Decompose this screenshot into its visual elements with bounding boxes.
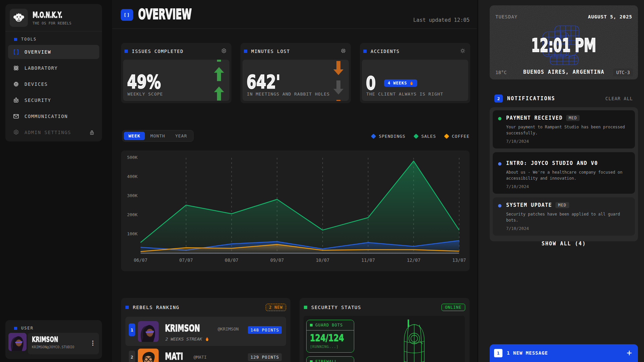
card-bullet [244,50,247,53]
security-body: GUARD BOTS 124/124 [RUNNING...] FIREWALL [304,316,465,362]
guard-bots-value: 124/124 [307,330,354,344]
last-updated: Last updated 12:05 [413,17,470,23]
message-count-badge: 1 [494,349,502,357]
app-title: M.O.N.K.Y. [33,10,78,20]
stat-body: 0 4 WEEKS THE CLIENT ALWAYS IS RIGHT [362,60,468,101]
tab-week[interactable]: WEEK [124,132,145,140]
trend-up-arrows [213,60,225,101]
rank-handle: @MATI [194,355,207,360]
firewall-box: FIREWALL [306,356,354,362]
sidebar-menu: OVERVIEW LABORATORY DEVICES SECURITY COM… [5,45,102,139]
notification-intro[interactable]: INTRO: JOYCO STUDIO AND V0 About us - We… [493,152,635,194]
shield-gear-icon[interactable] [221,48,227,55]
sidebar: M.O.N.K.Y. THE OS FOR REBELS TOOLS OVERV… [5,4,102,141]
tools-section-label: TOOLS [14,37,102,42]
kebab-menu-icon[interactable]: ⋮ [90,340,96,346]
chart-range-tabs: WEEK MONTH YEAR [122,130,194,142]
app-subtitle: THE OS FOR REBELS [33,21,78,25]
notifications-panel: PAYMENT RECEIVEDMED Your payment to Ramp… [490,107,638,241]
security-status-card: SECURITY STATUS ONLINE GUARD BOTS 124/12… [300,298,470,362]
monkey-logo-icon [10,9,28,27]
sidebar-item-security[interactable]: SECURITY [8,93,99,107]
flame-icon [205,337,209,342]
chip-gear-icon[interactable] [340,48,346,55]
rebels-ranking-card: REBELS RANKING 2 NEW 1 KRIMSON@KRIMSON 2… [121,298,290,362]
show-all-button[interactable]: SHOW ALL (4) [493,241,635,247]
rank-name: KRIMSON@KRIMSON [165,324,239,333]
clock-time: 12:01 PM [490,36,638,55]
clock-card: TUESDAY AUGUST 5, 2025 12:01 PM 18°C BUE… [490,5,638,79]
page-header: [] OVERVIEW Last updated 12:05 [112,0,477,29]
rank-number: 1 [129,323,135,336]
plus-icon[interactable]: + [627,348,632,358]
sidebar-item-devices[interactable]: DEVICES [8,77,99,91]
stat-value: 49% [127,72,172,91]
guard-bots-box: GUARD BOTS 124/124 [RUNNING...] [306,320,354,353]
svg-text:09/07: 09/07 [270,257,284,263]
sidebar-item-communication[interactable]: COMMUNICATION [8,109,99,123]
guard-bots-status: [RUNNING...] [307,344,354,352]
svg-text:400K: 400K [127,174,138,179]
card-bullet [304,306,307,309]
avatar-mati [138,349,159,362]
right-column: TUESDAY AUGUST 5, 2025 12:01 PM 18°C BUE… [478,0,644,362]
notification-payment[interactable]: PAYMENT RECEIVEDMED Your payment to Ramp… [493,110,635,148]
stat-body: 49% WEEKLY SCOPE [123,60,229,101]
svg-text:06/07: 06/07 [134,257,148,263]
notifications-title: NOTIFICATIONS [507,96,555,102]
chip-icon [12,81,19,88]
med-badge: MED [566,115,580,121]
stat-title: MINUTES LOST [251,49,336,54]
rank-streak: 2 WEEKS STREAK [165,337,209,342]
svg-text:100K: 100K [127,231,138,236]
diamond-icon [444,134,449,139]
rocket-wireframe [389,318,439,362]
flame-icon [410,81,414,85]
user-avatar [8,333,26,351]
svg-text:11/07: 11/07 [361,257,375,263]
status-dot [498,117,501,120]
avatar-krimson [138,321,159,342]
clock-date: AUGUST 5, 2025 [588,14,632,19]
card-bullet [363,50,367,53]
sidebar-item-admin-settings[interactable]: ADMIN SETTINGS [8,125,99,139]
status-dot [498,162,501,166]
card-bullet [124,50,128,53]
ranking-row-2[interactable]: 2 MATI@MATI 129 POINTS [125,349,286,362]
section-bullet [14,327,17,330]
gear-icon[interactable] [460,48,466,55]
page-title: OVERVIEW [138,6,224,22]
robot-icon [12,97,19,104]
chart: 100K200K300K400K500K06/0707/0708/0709/07… [121,150,470,271]
new-badge: 2 NEW [266,304,286,311]
user-card[interactable]: KRIMSON KRIMSON@JOYCO.STUDIO ⋮ [28,333,99,354]
stat-title: ACCIDENTS [371,49,456,54]
main-content: [] OVERVIEW Last updated 12:05 ISSUES CO… [112,0,477,362]
ranking-row-1[interactable]: 1 KRIMSON@KRIMSON 2 WEEKS STREAK 148 POI… [125,317,286,346]
clock-utc-badge: UTC-3 [613,68,633,76]
tab-year[interactable]: YEAR [170,132,192,140]
sidebar-item-overview[interactable]: OVERVIEW [8,45,99,59]
chart-legend: SPENDINGS SALES COFFEE [372,134,470,139]
bullet [310,324,313,326]
notifications-header: 2 NOTIFICATIONS CLEAR ALL [490,95,638,104]
lock-icon [89,129,95,136]
user-name: KRIMSON [32,336,95,344]
mail-icon [12,113,19,120]
sidebar-item-laboratory[interactable]: LABORATORY [8,61,99,75]
user-section-label: USER [14,326,102,330]
stat-card-minutes-lost: MINUTES LOST 642' IN MEETINGS AND RABBIT… [240,43,351,103]
rank-number: 2 [129,351,135,362]
rank-points: 129 POINTS [248,353,282,361]
tab-month[interactable]: MONTH [146,132,170,140]
card-bullet [125,306,129,309]
clear-all-button[interactable]: CLEAR ALL [605,96,633,101]
streak-badge: 4 WEEKS [384,79,417,87]
logo-row: M.O.N.K.Y. THE OS FOR REBELS [5,4,102,32]
stat-body: 642' IN MEETINGS AND RABBIT HOLES [243,60,349,101]
svg-text:12/07: 12/07 [407,257,421,263]
new-message-bar[interactable]: 1 1 NEW MESSAGE + [490,344,638,362]
stat-card-accidents: ACCIDENTS 0 4 WEEKS THE CLIENT ALWAYS IS… [360,43,470,103]
notification-system-update[interactable]: SYSTEM UPDATEMED Security patches have b… [493,197,635,236]
svg-text:300K: 300K [127,193,138,198]
